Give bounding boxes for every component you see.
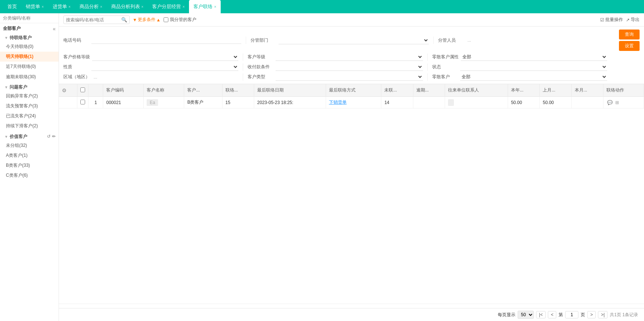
nav-purchase-close[interactable]: × (69, 5, 71, 9)
sidebar-search-input[interactable] (3, 15, 58, 21)
sidebar-repurchase-abnormal[interactable]: 回购异常客户(2) (0, 91, 59, 101)
col-last-month[interactable]: 上月... (540, 84, 571, 97)
table-container: ⚙ 客户编码 客户名称 客户... 联络... 最后联络日期 最后联络方式 未联… (59, 84, 644, 304)
row-no-contact-cell: 14 (381, 97, 413, 108)
last-page-button[interactable]: >| (598, 311, 608, 318)
filter-customer-tier-select[interactable] (276, 53, 423, 61)
checkbox-icon: ☑ (600, 17, 604, 23)
filter-customer-type: 客户类型 (248, 73, 423, 81)
col-last-contact-date[interactable]: 最后联络日期 (254, 84, 326, 97)
sidebar-ungrouped[interactable]: 未分组(32) (0, 141, 59, 151)
next-page-button[interactable]: > (587, 311, 596, 318)
nav-sales-close[interactable]: × (42, 5, 44, 9)
query-button[interactable]: 查询 (619, 30, 640, 39)
action-comment-icon[interactable]: 💬 (607, 100, 613, 105)
sidebar-7days-pending[interactable]: 近7天待联络(0) (0, 62, 59, 72)
filter-retail-customer-select[interactable]: 全部 (460, 73, 607, 81)
all-customers-section[interactable]: 全部客户 « (0, 23, 59, 32)
nav-product-analysis-list[interactable]: 商品分析列表 × (107, 0, 148, 13)
search-box: 🔍 (63, 15, 130, 24)
nav-customer-tier-close[interactable]: × (182, 5, 185, 9)
select-all-checkbox[interactable] (80, 87, 85, 92)
col-action: 联络动作 (603, 84, 644, 97)
row-checkbox[interactable] (80, 100, 85, 104)
sidebar-a-class[interactable]: A类客户(1) (0, 151, 59, 160)
col-type[interactable]: 客户... (184, 84, 222, 97)
batch-operation-button[interactable]: ☑ 批量操作 (600, 17, 623, 23)
toolbar: 🔍 ▼ 更多条件 ▲ 我分管的客户 ☑ 批量操作 ↗ 导出 (59, 13, 644, 27)
settings-icon: ⚙ (62, 87, 67, 93)
search-icon[interactable]: 🔍 (121, 17, 127, 23)
sidebar-declining[interactable]: 持续下滑客户(2) (0, 121, 59, 131)
nav-purchase[interactable]: 进货单 × (48, 0, 75, 13)
settings-button[interactable]: 设置 (619, 41, 640, 51)
filter-phone-input[interactable] (91, 37, 241, 44)
filter-nature: 性质 (63, 63, 238, 71)
filter-icon: ▼ (133, 17, 137, 23)
filter-divider-5 (243, 63, 243, 71)
prev-page-button[interactable]: < (548, 311, 556, 318)
first-page-button[interactable]: |< (536, 311, 546, 318)
col-this-year[interactable]: 本年... (508, 84, 539, 97)
sidebar-b-class[interactable]: B类客户(33) (0, 160, 59, 170)
col-last-contact-method[interactable]: 最后联络方式 (326, 84, 381, 97)
action-more-icon[interactable]: ⊞ (615, 100, 619, 105)
filter-customer-type-label: 客户类型 (248, 74, 273, 80)
edit-icon[interactable]: ✏ (52, 134, 56, 139)
col-settings[interactable]: ⚙ (59, 84, 77, 97)
problem-customer-group: ▼ 问题客户 (0, 82, 59, 91)
col-this-month[interactable]: 本月... (571, 84, 603, 97)
filter-customer-type-select[interactable] (276, 73, 423, 81)
page-unit: 页 (581, 312, 585, 318)
more-filter-button[interactable]: ▼ 更多条件 ▲ (133, 17, 161, 23)
nav-product-analysis-list-close[interactable]: × (141, 5, 144, 9)
nav-home[interactable]: 首页 (3, 0, 21, 13)
sidebar-tomorrow-pending[interactable]: 明天待联络(1) (0, 52, 59, 62)
filter-divider-7 (243, 73, 243, 81)
nav-sales[interactable]: 销货单 × (21, 0, 48, 13)
row-settings-cell (59, 97, 77, 108)
export-button[interactable]: ↗ 导出 (626, 17, 640, 23)
refresh-icon[interactable]: ↺ (47, 134, 50, 139)
sidebar: 🔍 全部客户 « ▼ 待联络客户 今天待联络(0) 明天待联络(1) 近7天待联… (0, 13, 59, 321)
nav-product-analysis-close[interactable]: × (100, 5, 102, 9)
col-name[interactable]: 客户名称 (144, 84, 184, 97)
col-contact-count[interactable]: 联络... (222, 84, 254, 97)
filter-customer-tier: 客户等级 (248, 53, 423, 61)
nav-customer-tier[interactable]: 客户分层经营 × (148, 0, 189, 13)
col-no-contact-days[interactable]: 未联... (381, 84, 413, 97)
sidebar-churned[interactable]: 已流失客户(24) (0, 111, 59, 121)
filter-dept-select[interactable] (279, 37, 428, 44)
sidebar-churn-warning[interactable]: 流失预警客户(3) (0, 101, 59, 111)
col-checkbox[interactable] (77, 84, 88, 97)
my-customers-checkbox[interactable]: 我分管的客户 (164, 17, 196, 23)
triangle-icon: ▼ (4, 36, 8, 40)
nav-customer-contact[interactable]: 客户联络 × (189, 0, 221, 13)
per-page-select[interactable]: 50 (518, 311, 534, 319)
col-contacts-person[interactable]: 往来单位联系人 (445, 84, 508, 97)
row-last-method-cell[interactable]: 下销货单 (326, 97, 381, 108)
filter-status-select[interactable] (460, 63, 607, 71)
filter-row-3: 性质 收付款条件 状态 (63, 63, 640, 71)
sidebar-c-class[interactable]: C类客户(6) (0, 170, 59, 180)
col-code[interactable]: 客户编码 (103, 84, 144, 97)
row-contact-count-cell: 15 (222, 97, 254, 108)
nav-customer-contact-close[interactable]: × (214, 5, 216, 9)
filter-divider-8 (427, 73, 428, 81)
nav-product-analysis[interactable]: 商品分析 × (75, 0, 107, 13)
search-input[interactable] (66, 17, 121, 23)
horizontal-scrollbar[interactable] (59, 304, 644, 308)
filter-retail-attr-select[interactable]: 全部 (461, 53, 607, 61)
filter-nature-select[interactable] (91, 63, 238, 71)
row-last-method-link[interactable]: 下销货单 (329, 100, 347, 105)
my-customers-check[interactable] (164, 17, 168, 22)
collapse-icon[interactable]: « (53, 26, 56, 32)
page-number-input[interactable] (565, 311, 578, 318)
filter-price-tier-select[interactable] (92, 53, 238, 61)
filter-manager-label: 分管人员 (438, 37, 464, 44)
row-checkbox-cell[interactable] (77, 97, 88, 108)
col-overdue[interactable]: 逾期... (413, 84, 445, 97)
sidebar-overdue-pending[interactable]: 逾期未联络(30) (0, 72, 59, 82)
filter-payment-select[interactable] (276, 63, 423, 71)
sidebar-today-pending[interactable]: 今天待联络(0) (0, 42, 59, 52)
